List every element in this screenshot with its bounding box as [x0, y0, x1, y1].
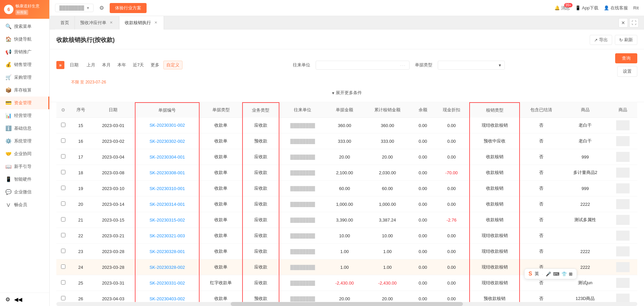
date-7days-btn[interactable]: 近7天 [130, 61, 147, 69]
cell-checkbox-3[interactable] [56, 165, 70, 181]
sidebar-item-0[interactable]: 🔍搜索菜单 [0, 20, 49, 33]
cell-checkbox-7[interactable] [56, 228, 70, 244]
cell-checkbox-1[interactable] [56, 133, 70, 149]
bill-no-link-8[interactable]: SK-20230328-001 [150, 249, 185, 254]
bill-type-select[interactable]: ▾ [438, 61, 505, 70]
cell-checkbox-4[interactable] [56, 181, 70, 196]
sidebar-item-2[interactable]: 📢营销推广 [0, 46, 49, 58]
sidebar-item-3[interactable]: 💰销售管理 [0, 58, 49, 71]
row-checkbox-4[interactable] [61, 186, 65, 190]
date-more-btn[interactable]: 更多 [148, 61, 162, 69]
ime-lang-label[interactable]: 英 [535, 271, 539, 277]
tab-collection-close[interactable]: ✕ [153, 20, 158, 25]
settings-icon[interactable]: ⚙ [5, 296, 10, 303]
tab-home[interactable]: 首页 [55, 16, 75, 29]
cell-checkbox-10[interactable] [56, 275, 70, 291]
bill-no-link-2[interactable]: SK-20230304-001 [150, 155, 185, 160]
row-checkbox-9[interactable] [61, 264, 65, 269]
sidebar-item-11[interactable]: 📖新手引导 [0, 160, 49, 173]
row-checkbox-7[interactable] [61, 233, 65, 237]
tab-close-all-btn[interactable]: ✕ [619, 18, 628, 27]
setting-button[interactable]: 设置 [617, 66, 637, 77]
cell-balance-5: 0.00 [412, 196, 434, 212]
ime-shirt-icon[interactable]: 👕 [561, 271, 567, 277]
cell-checkbox-8[interactable] [56, 244, 70, 259]
unit-filter-input[interactable]: ··· [316, 61, 410, 70]
cell-checkbox-9[interactable] [56, 259, 70, 275]
scrollbar-thumb[interactable] [231, 302, 463, 306]
row-checkbox-10[interactable] [61, 280, 65, 285]
date-last-month-btn[interactable]: 上月 [84, 61, 98, 69]
row-checkbox-1[interactable] [61, 138, 65, 143]
messages-button[interactable]: 🔔 消息 99+ [554, 5, 570, 11]
row-checkbox-3[interactable] [61, 170, 65, 174]
type-select-arrow: ▾ [499, 63, 501, 68]
cell-checkbox-2[interactable] [56, 149, 70, 165]
date-this-year-btn[interactable]: 本年 [115, 61, 129, 69]
customer-service-button[interactable]: 👤 在线客服 [604, 5, 628, 11]
sidebar-item-6[interactable]: 💳资金管理 [0, 97, 49, 109]
tab-expand-btn[interactable]: ⛶ [629, 18, 639, 27]
sidebar-item-7[interactable]: 📊经营管理 [0, 109, 49, 122]
industry-solution-button[interactable]: 体验行业方案 [110, 3, 147, 13]
cell-goods1-5: 2222 [562, 196, 608, 212]
sidebar-item-9[interactable]: ⚙️系统管理 [0, 135, 49, 147]
cell-checkbox-5[interactable] [56, 196, 70, 212]
bill-no-link-4[interactable]: SK-20230310-001 [150, 186, 185, 191]
row-checkbox-6[interactable] [61, 217, 65, 222]
row-checkbox-5[interactable] [61, 201, 65, 206]
tab-prepay[interactable]: 预收冲应付单 ✕ [75, 16, 119, 29]
date-custom-btn[interactable]: 自定义 [163, 61, 182, 69]
bill-no-link-1[interactable]: SK-20230302-002 [150, 139, 185, 144]
row-checkbox-11[interactable] [61, 296, 65, 300]
bill-no-link-11[interactable]: SK-20230403-002 [150, 296, 185, 301]
sidebar-footer[interactable]: ⚙ ◀◀ [0, 293, 49, 306]
date-quick-buttons: 上月 本月 本年 近7天 更多 自定义 [84, 61, 182, 69]
cell-checkbox-6[interactable] [56, 212, 70, 228]
cell-checkbox-11[interactable] [56, 291, 70, 302]
branch-selector[interactable]: ████████ ▾ [55, 4, 94, 12]
export-button[interactable]: ↗ 导出 [590, 35, 612, 45]
expand-more-btn[interactable]: ▾ 展开更多条件 [330, 88, 364, 98]
tab-prepay-close[interactable]: ✕ [108, 20, 114, 25]
tab-collection[interactable]: 收款核销执行 ✕ [119, 16, 164, 29]
cell-include-settled-3: 否 [520, 165, 562, 181]
filter-toggle-btn[interactable]: » [56, 61, 64, 69]
col-settings-btn[interactable]: ⚙ [59, 106, 67, 114]
sidebar-item-5[interactable]: 📦库存核算 [0, 84, 49, 97]
collapse-icon[interactable]: ◀◀ [14, 296, 22, 303]
sidebar-item-12[interactable]: 📱智能硬件 [0, 173, 49, 186]
ime-keyboard-icon[interactable]: ⌨ [553, 271, 559, 277]
refresh-button[interactable]: ↻ 刷新 [615, 35, 637, 45]
sidebar-item-13[interactable]: 💬企业微信 [0, 186, 49, 198]
date-this-month-btn[interactable]: 本月 [99, 61, 113, 69]
table-scrollbar[interactable] [56, 302, 637, 306]
cell-bill-type-0: 收款单 [199, 118, 243, 133]
settings-gear-btn[interactable]: ⚙ [96, 3, 107, 13]
row-checkbox-2[interactable] [61, 154, 65, 159]
app-download-button[interactable]: 📱 App下载 [575, 5, 598, 11]
bill-no-link-9[interactable]: SK-20230328-002 [150, 265, 185, 270]
query-button[interactable]: 查询 [615, 53, 637, 63]
sidebar-item-10[interactable]: 🤝企业协同 [0, 147, 49, 160]
ime-mic-icon[interactable]: 🎤 [546, 271, 551, 277]
bill-no-link-10[interactable]: SK-20230331-002 [150, 281, 185, 286]
cell-checkbox-0[interactable] [56, 118, 70, 133]
cell-amount-9: 1.00 [326, 259, 363, 275]
sidebar-item-14[interactable]: V畅会员 [0, 198, 49, 211]
bill-no-link-6[interactable]: SK-20230315-002 [150, 218, 185, 223]
row-checkbox-0[interactable] [61, 123, 65, 127]
bill-no-link-7[interactable]: SK-20230321-003 [150, 233, 185, 238]
ime-grid-icon[interactable]: ⊞ [569, 271, 573, 277]
bill-no-link-5[interactable]: SK-20230314-001 [150, 202, 185, 207]
sidebar-item-4[interactable]: 🛒采购管理 [0, 71, 49, 84]
cell-bill-type-3: 收款单 [199, 165, 243, 181]
user-name[interactable]: Rit [633, 5, 639, 10]
cell-goods1-8: 2222 [562, 244, 608, 259]
tab-bar: 首页 预收冲应付单 ✕ 收款核销执行 ✕ ✕ ⛶ [50, 16, 644, 29]
sidebar-item-1[interactable]: 🏠快捷导航 [0, 33, 49, 46]
sidebar-item-8[interactable]: ℹ️基础信息 [0, 122, 49, 135]
bill-no-link-0[interactable]: SK-20230301-002 [150, 123, 185, 128]
bill-no-link-3[interactable]: SK-20230308-001 [150, 170, 185, 175]
row-checkbox-8[interactable] [61, 249, 65, 253]
